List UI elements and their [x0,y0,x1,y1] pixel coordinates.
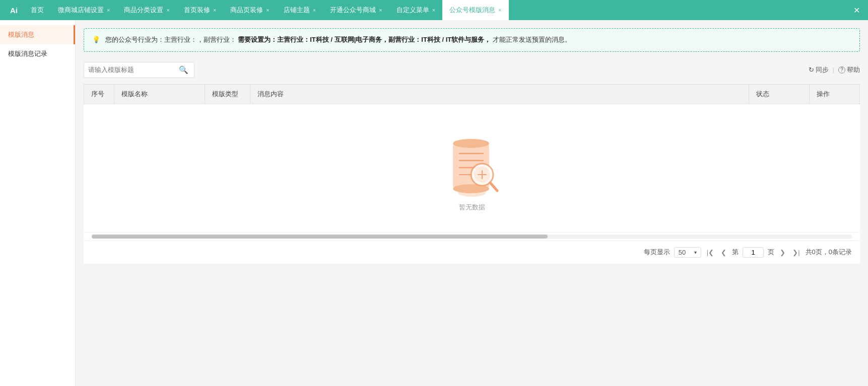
search-bar: 🔍 ↻ 同步 | ? 帮助 [84,62,860,78]
pagination-row: 每页显示 50 ▾ |❮ ❮ 第 页 ❯ ❯| 共0页，0条记录 [84,241,860,264]
svg-point-2 [453,139,489,148]
sync-button[interactable]: ↻ 同步 [809,65,829,74]
close-home-deco-tab[interactable]: × [213,7,216,13]
top-nav: Ai 首页 微商城店铺设置 × 商品分类设置 × 首页装修 × 商品页装修 × … [0,0,868,20]
search-input-wrap: 🔍 [84,62,194,78]
table-header: 序号 模版名称 模版类型 消息内容 状态 操作 [84,84,860,104]
sidebar: 模版消息 模版消息记录 [0,20,76,386]
nav-app-logo: Ai [4,0,24,20]
sync-icon: ↻ [809,66,814,73]
nav-tab-home-deco[interactable]: 首页装修 × [177,0,223,20]
data-table: 序号 模版名称 模版类型 消息内容 状态 操作 [84,84,860,232]
nav-tab-product-deco[interactable]: 商品页装修 × [223,0,276,20]
empty-row: 暂无数据 [84,104,860,232]
col-action: 操作 [810,84,860,104]
sidebar-item-template-msg[interactable]: 模版消息 [0,25,75,44]
page-label-before: 第 [732,248,739,257]
col-name: 模版名称 [114,84,205,104]
total-label: 共0页，0条记录 [806,248,852,257]
first-page-button[interactable]: |❮ [705,249,715,256]
sidebar-item-template-record[interactable]: 模版消息记录 [0,44,75,63]
next-page-button[interactable]: ❯ [778,249,787,256]
notice-banner: 💡 您的公众号行业为：主营行业：，副营行业： 需要设置为：主营行业：IT科技 /… [84,28,860,52]
svg-line-10 [490,183,497,191]
nav-tab-theme[interactable]: 店铺主题 × [277,0,323,20]
close-custom-menu-tab[interactable]: × [432,7,435,13]
search-input[interactable] [88,66,179,73]
scrollbar-row [84,232,860,241]
page-number-input[interactable] [743,247,764,258]
chevron-down-icon: ▾ [694,250,697,255]
empty-text: 暂无数据 [459,203,485,212]
window-close-button[interactable]: ✕ [849,6,864,15]
col-type: 模版类型 [205,84,250,104]
toolbar-divider: | [833,66,834,73]
prev-page-button[interactable]: ❮ [719,249,728,256]
nav-tab-micro-shop[interactable]: 微商城店铺设置 × [51,0,117,20]
col-index: 序号 [84,84,114,104]
help-icon: ? [838,66,845,73]
toolbar-right: ↻ 同步 | ? 帮助 [809,65,860,74]
close-category-tab[interactable]: × [166,7,169,13]
nav-tab-open-mall[interactable]: 开通公众号商城 × [323,0,389,20]
close-theme-tab[interactable]: × [313,7,316,13]
close-micro-shop-tab[interactable]: × [107,7,110,13]
col-content: 消息内容 [250,84,749,104]
nav-tab-category[interactable]: 商品分类设置 × [117,0,176,20]
nav-tab-template-msg[interactable]: 公众号模版消息 × [442,0,508,20]
nav-tab-custom-menu[interactable]: 自定义菜单 × [389,0,442,20]
content-area: 💡 您的公众号行业为：主营行业：，副营行业： 需要设置为：主营行业：IT科技 /… [76,20,868,386]
close-open-mall-tab[interactable]: × [379,7,382,13]
page-label-after: 页 [768,248,774,257]
search-button[interactable]: 🔍 [179,65,188,74]
close-product-deco-tab[interactable]: × [266,7,269,13]
main-layout: 模版消息 模版消息记录 💡 您的公众号行业为：主营行业：，副营行业： 需要设置为… [0,20,868,386]
page-size-label: 每页显示 [644,248,670,257]
empty-state: 暂无数据 [84,104,860,232]
page-size-select[interactable]: 50 ▾ [674,247,701,258]
notice-icon: 💡 [92,36,100,43]
close-template-msg-tab[interactable]: × [498,7,501,13]
scrollbar-track[interactable] [92,235,852,239]
scrollbar-thumb[interactable] [92,235,548,239]
table-body: 暂无数据 [84,104,860,232]
empty-illustration [442,134,502,195]
help-button[interactable]: ? 帮助 [838,65,860,74]
nav-tab-home[interactable]: 首页 [24,0,51,20]
last-page-button[interactable]: ❯| [791,249,801,256]
col-status: 状态 [749,84,810,104]
